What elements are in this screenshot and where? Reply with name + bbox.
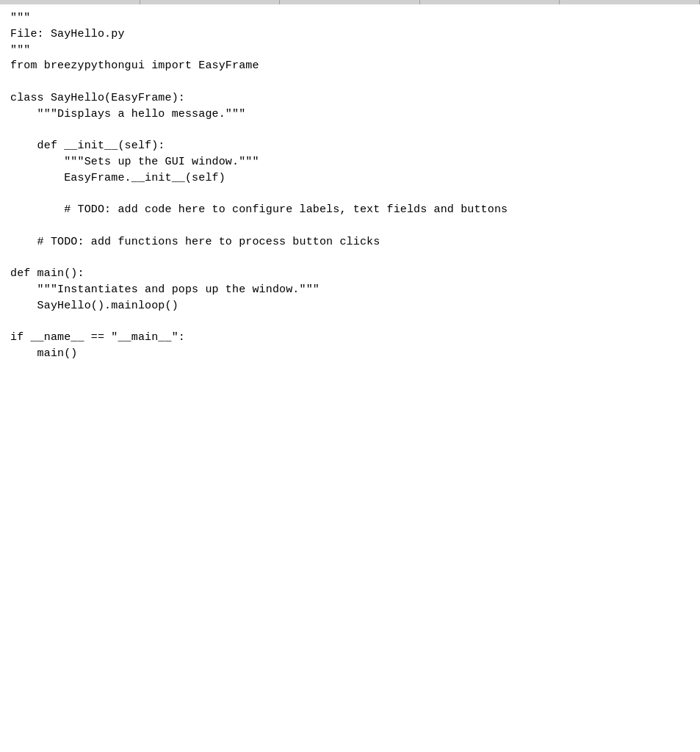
code-line: """Sets up the GUI window.""" [10,154,690,170]
top-bar-segment-3 [280,0,420,4]
code-line: def __init__(self): [10,138,690,154]
code-line: EasyFrame.__init__(self) [10,170,690,187]
code-line [10,314,690,330]
code-line [10,250,690,266]
code-line [10,122,690,138]
code-line [10,218,690,234]
code-line: """ [10,43,690,59]
code-line: """Instantiates and pops up the window."… [10,282,690,298]
code-line: File: SayHello.py [10,26,690,43]
code-line: if __name__ == "__main__": [10,330,690,346]
code-line [10,186,690,202]
code-line: class SayHello(EasyFrame): [10,90,690,106]
code-editor[interactable]: """File: SayHello.py"""from breezypython… [0,4,700,752]
top-bar-segment-5 [560,0,700,4]
code-line: SayHello().mainloop() [10,298,690,314]
top-bar-segment-4 [420,0,560,4]
top-bar [0,0,700,4]
code-line: # TODO: add code here to configure label… [10,202,690,218]
code-line: """ [10,10,690,26]
code-line: # TODO: add functions here to process bu… [10,234,690,250]
code-line: """Displays a hello message.""" [10,106,690,123]
code-line [10,74,690,90]
top-bar-segment-1 [0,0,140,4]
code-line: from breezypythongui import EasyFrame [10,58,690,74]
code-line: def main(): [10,266,690,282]
code-line: main() [10,346,690,362]
top-bar-segment-2 [140,0,281,4]
